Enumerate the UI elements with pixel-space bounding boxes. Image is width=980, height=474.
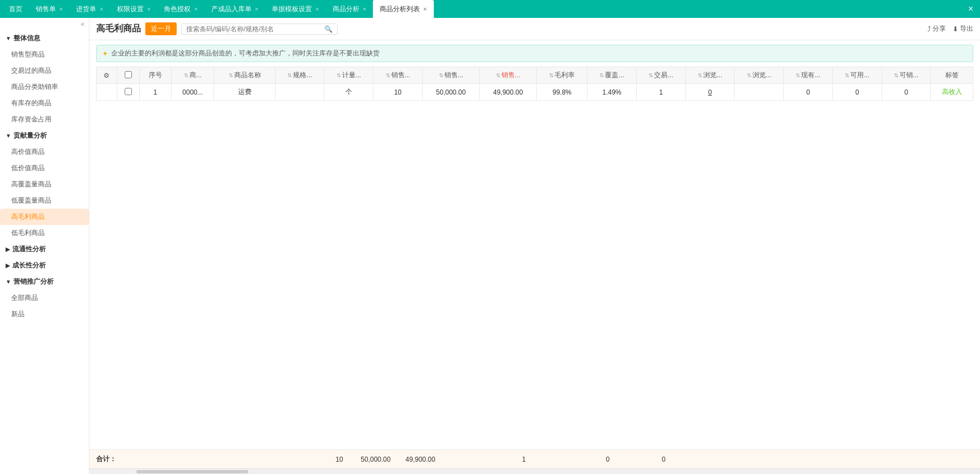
export-icon: ⬇	[953, 25, 958, 33]
cell-sellable: 0	[882, 84, 931, 101]
tab-permission-settings-close[interactable]: ×	[147, 6, 150, 12]
footer-spacer-unit	[297, 456, 325, 463]
sidebar-collapse-btn[interactable]: «	[0, 18, 89, 30]
cell-trade-count: 1	[636, 84, 685, 101]
tab-product-analysis-close[interactable]: ×	[363, 6, 366, 12]
horizontal-scrollbar[interactable]	[89, 468, 980, 474]
search-input[interactable]	[186, 25, 324, 33]
sidebar-item-low-coverage[interactable]: 低覆盖量商品	[0, 193, 89, 209]
col-trade-count[interactable]: ⇅交易...	[636, 67, 685, 84]
footer-cells: 10 50,000.00 49,900.00 1 0 0	[139, 456, 973, 463]
table-body: 1 0000... 运费 个 10 50,000.00 49,900.00 99…	[97, 84, 973, 101]
sidebar-item-high-value[interactable]: 高价值商品	[0, 144, 89, 160]
sidebar-item-in-stock[interactable]: 有库存的商品	[0, 95, 89, 111]
tab-purchase-order-close[interactable]: ×	[100, 6, 103, 12]
col-code[interactable]: ⇅商...	[171, 67, 214, 84]
table-wrapper: ⚙ 序号 ⇅商... ⇅商品名称 ⇅规格... ⇅计量... ⇅销售... ⇅销…	[89, 67, 980, 449]
tab-template-settings[interactable]: 单据模板设置 ×	[265, 0, 325, 18]
col-checkbox	[117, 67, 139, 84]
footer-spacer-spec	[264, 456, 297, 463]
col-current-stock[interactable]: ⇅现有...	[784, 67, 833, 84]
tab-product-inbound-close[interactable]: ×	[255, 6, 258, 12]
col-index: 序号	[139, 67, 171, 84]
col-spec[interactable]: ⇅规格...	[275, 67, 324, 84]
col-settings[interactable]: ⚙	[97, 67, 117, 84]
arrow-icon-overall: ▼	[6, 35, 11, 41]
sidebar-item-category-rate[interactable]: 商品分类助销率	[0, 79, 89, 95]
table-row: 1 0000... 运费 个 10 50,000.00 49,900.00 99…	[97, 84, 973, 101]
tab-role-auth[interactable]: 角色授权 ×	[157, 0, 204, 18]
sidebar-item-all-products[interactable]: 全部商品	[0, 290, 89, 306]
tab-role-auth-close[interactable]: ×	[194, 6, 197, 12]
col-available[interactable]: ⇅可用...	[832, 67, 882, 84]
footer-spacer-margin	[443, 456, 476, 463]
col-sellable[interactable]: ⇅可销...	[882, 67, 931, 84]
arrow-icon-growth: ▶	[6, 262, 10, 269]
tab-permission-settings[interactable]: 权限设置 ×	[110, 0, 157, 18]
cell-browse1[interactable]: 0	[685, 84, 735, 101]
footer-spacer-code	[186, 456, 219, 463]
sidebar-item-stock-capital[interactable]: 库存资金占用	[0, 111, 89, 128]
col-coverage[interactable]: ⇅覆盖...	[588, 67, 637, 84]
footer-label: 合计：	[96, 454, 116, 464]
col-sales-amount[interactable]: ⇅销售...	[422, 67, 479, 84]
product-table: ⚙ 序号 ⇅商... ⇅商品名称 ⇅规格... ⇅计量... ⇅销售... ⇅销…	[96, 67, 973, 101]
arrow-icon-marketing: ▼	[6, 279, 11, 285]
filter-btn[interactable]: 近一月	[145, 22, 177, 35]
share-btn[interactable]: ⤴ 分享	[927, 24, 946, 34]
sidebar-item-low-margin[interactable]: 低毛利商品	[0, 225, 89, 241]
export-btn[interactable]: ⬇ 导出	[953, 24, 973, 34]
sidebar-group-marketing[interactable]: ▼ 营销推广分析	[0, 274, 89, 290]
tab-purchase-order[interactable]: 进货单 ×	[69, 0, 110, 18]
sidebar-group-overall[interactable]: ▼ 整体信息	[0, 30, 89, 46]
sidebar-item-sales-type[interactable]: 销售型商品	[0, 46, 89, 63]
tab-product-inbound[interactable]: 产成品入库单 ×	[205, 0, 265, 18]
col-name[interactable]: ⇅商品名称	[214, 67, 275, 84]
share-icon: ⤴	[927, 25, 931, 33]
window-close-btn[interactable]: ×	[964, 4, 978, 14]
cell-browse2	[735, 84, 784, 101]
sidebar-group-contribution[interactable]: ▼ 贡献量分析	[0, 128, 89, 144]
footer-spacer-browse2	[566, 456, 594, 463]
cell-coverage: 1.49%	[588, 84, 637, 101]
sidebar-item-low-value[interactable]: 低价值商品	[0, 160, 89, 176]
tab-sales-order[interactable]: 销售单 ×	[29, 0, 69, 18]
tab-product-analysis-list[interactable]: 商品分析列表 ×	[373, 0, 433, 18]
footer-spacer-browse1	[538, 456, 566, 463]
tab-home[interactable]: 首页	[2, 0, 29, 18]
tab-sales-order-close[interactable]: ×	[59, 6, 63, 12]
col-unit[interactable]: ⇅计量...	[324, 67, 373, 84]
sidebar-item-new-products[interactable]: 新品	[0, 306, 89, 322]
cell-available: 0	[832, 84, 882, 101]
select-all-checkbox[interactable]	[125, 71, 132, 78]
scrollbar-thumb[interactable]	[136, 470, 248, 473]
search-icon[interactable]: 🔍	[324, 25, 333, 33]
cell-current-stock: 0	[784, 84, 833, 101]
sidebar-item-high-margin[interactable]: 高毛利商品	[0, 209, 89, 225]
sidebar-group-growth[interactable]: ▶ 成长性分析	[0, 257, 89, 274]
tab-product-analysis-list-close[interactable]: ×	[423, 6, 427, 12]
col-browse1[interactable]: ⇅浏览...	[685, 67, 735, 84]
cell-code: 0000...	[171, 84, 214, 101]
col-tag: 标签	[931, 67, 973, 84]
cell-sales-amount: 50,000.00	[422, 84, 479, 101]
tab-template-settings-close[interactable]: ×	[315, 6, 319, 12]
col-browse2[interactable]: ⇅浏览...	[735, 67, 784, 84]
info-icon: ✦	[102, 50, 108, 58]
tab-product-analysis[interactable]: 商品分析 ×	[326, 0, 373, 18]
sidebar-group-liquidity[interactable]: ▶ 流通性分析	[0, 241, 89, 257]
cell-checkbox[interactable]	[117, 84, 139, 101]
cell-sales-profit: 49,900.00	[480, 84, 537, 101]
tab-bar: 首页 销售单 × 进货单 × 权限设置 × 角色授权 × 产成品入库单 × 单据…	[0, 0, 980, 18]
footer-spacer-2	[155, 456, 169, 463]
footer-spacer-1	[139, 456, 155, 463]
col-sales-profit[interactable]: ⇅销售...	[480, 67, 537, 84]
footer-current-stock: 0	[594, 456, 622, 463]
search-box: 🔍	[181, 24, 338, 35]
sidebar-item-traded[interactable]: 交易过的商品	[0, 63, 89, 79]
col-gross-margin[interactable]: ⇅毛利率	[537, 67, 588, 84]
page-title: 高毛利商品	[96, 23, 141, 35]
main-layout: « ▼ 整体信息 销售型商品 交易过的商品 商品分类助销率 有库存的商品 库存资…	[0, 18, 980, 474]
col-sales-qty[interactable]: ⇅销售...	[373, 67, 423, 84]
sidebar-item-high-coverage[interactable]: 高覆盖量商品	[0, 176, 89, 193]
